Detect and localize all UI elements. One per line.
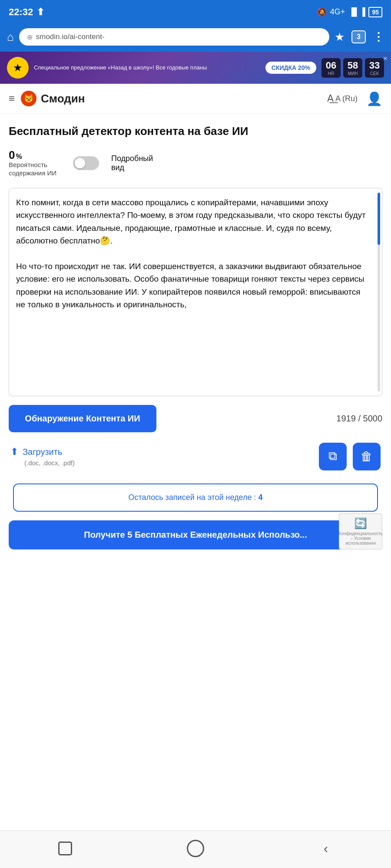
browser-url-text: smodin.io/ai-content-	[36, 33, 105, 41]
timer-secs: 33 СЕК	[365, 58, 384, 78]
sessions-count: 4	[258, 493, 263, 502]
sessions-label: Осталось записей на этой неделе :	[128, 493, 258, 502]
timer-hours-label: HR	[325, 71, 337, 76]
timer-mins-num: 58	[347, 60, 359, 71]
ad-banner: ★ Специальное предложение «Назад в школу…	[0, 52, 391, 84]
ad-text: Специальное предложение «Назад в школу»!…	[34, 64, 260, 72]
hamburger-menu-icon[interactable]: ≡	[9, 92, 15, 105]
detail-view-toggle-container	[73, 156, 99, 170]
recaptcha-icon: 🔄	[354, 517, 367, 529]
delete-button[interactable]: 🗑	[353, 443, 381, 470]
header-actions: A͟ A (Ru) 👤	[327, 91, 382, 106]
ai-probability-stat: 0 % Вероятность содержания ИИ	[9, 149, 61, 178]
ad-close-icon[interactable]: ×	[383, 54, 388, 63]
cta-button[interactable]: Получите 5 Бесплатных Еженедельных Испол…	[9, 520, 382, 549]
bottom-navigation: ‹	[0, 830, 391, 868]
bookmark-icon[interactable]: ★	[335, 30, 345, 44]
stat-unit: %	[16, 153, 22, 161]
signal-bars-icon: ▐▌▐	[348, 7, 365, 16]
upload-file-types: (.doc, .docx, .pdf)	[10, 459, 75, 467]
ad-discount-badge[interactable]: СКИДКА 20%	[265, 62, 316, 74]
upload-arrow-icon: ⬆	[10, 446, 18, 457]
status-bar: 22:32 ⬆ 🔕 4G+ ▐▌▐ 95	[0, 0, 391, 24]
scrollbar-thumb	[378, 193, 380, 245]
ad-star-icon: ★	[7, 57, 29, 79]
upload-label-text: Загрузить	[23, 447, 62, 457]
browser-url-bar[interactable]: ⊕ smodin.io/ai-content-	[19, 28, 329, 46]
nav-square-button[interactable]	[54, 838, 76, 859]
page-title: Бесплатный детектор контента на базе ИИ	[9, 124, 382, 139]
nav-back-button[interactable]: ‹	[315, 838, 337, 859]
back-chevron-icon: ‹	[324, 841, 328, 856]
status-icons: 🔕 4G+ ▐▌▐ 95	[317, 7, 382, 17]
upload-link[interactable]: ⬆ Загрузить	[10, 446, 75, 457]
upload-row: ⬆ Загрузить (.doc, .docx, .pdf) ⧉ 🗑	[9, 443, 382, 470]
logo-text: Смодин	[41, 92, 85, 105]
site-logo[interactable]: 😾 Смодин	[21, 91, 85, 106]
delete-icon: 🗑	[361, 449, 373, 464]
browser-url-prefix: ⊕	[27, 33, 33, 41]
text-input-area[interactable]: Кто помнит, когда в сети массово прощали…	[9, 188, 382, 396]
detail-view-label: Подробный вид	[111, 154, 155, 173]
upload-indicator: ⬆	[36, 7, 44, 18]
timer-secs-label: СЕК	[368, 71, 381, 76]
ad-decoration: ★	[7, 57, 29, 79]
upload-actions: ⧉ 🗑	[319, 443, 381, 470]
copy-button[interactable]: ⧉	[319, 443, 347, 470]
time-display: 22:32	[9, 7, 33, 18]
translate-button[interactable]: A͟ A (Ru)	[327, 93, 358, 104]
action-row: Обнаружение Контента ИИ 1919 / 5000	[9, 405, 382, 432]
browser-actions: ★ 3 ⋮	[335, 30, 384, 44]
ad-description: Специальное предложение «Назад в школу»!…	[34, 64, 260, 72]
char-count: 1919 / 5000	[336, 414, 382, 424]
copy-icon: ⧉	[328, 449, 337, 464]
stats-row: 0 % Вероятность содержания ИИ Подробный …	[9, 149, 382, 178]
stat-label: Вероятность содержания ИИ	[9, 161, 61, 178]
sessions-text: Осталось записей на этой неделе : 4	[128, 493, 262, 502]
nav-home-button[interactable]	[185, 838, 206, 859]
upload-left: ⬆ Загрузить (.doc, .docx, .pdf)	[10, 446, 75, 467]
browser-bar: ⌂ ⊕ smodin.io/ai-content- ★ 3 ⋮	[0, 24, 391, 52]
timer-mins-label: МИН	[347, 71, 359, 76]
mute-icon: 🔕	[317, 7, 327, 17]
translate-lang: A (Ru)	[335, 94, 358, 103]
logo-icon: 😾	[21, 91, 36, 106]
toggle-knob	[75, 158, 85, 168]
timer-secs-num: 33	[368, 60, 381, 71]
text-content[interactable]: Кто помнит, когда в сети массово прощали…	[16, 196, 375, 311]
timer-mins: 58 МИН	[343, 58, 362, 78]
browser-home-icon[interactable]: ⌂	[7, 30, 14, 44]
ad-timer: 06 HR 58 МИН 33 СЕК	[321, 58, 384, 78]
recaptcha-text: Конфиденциальность – Условия использован…	[338, 531, 382, 546]
timer-hours: 06 HR	[321, 58, 341, 78]
translate-icon: A͟	[327, 93, 334, 104]
signal-text: 4G+	[330, 7, 345, 16]
site-header: ≡ 😾 Смодин A͟ A (Ru) 👤	[0, 84, 391, 114]
status-time: 22:32 ⬆	[9, 7, 44, 18]
main-content: Бесплатный детектор контента на базе ИИ …	[0, 114, 391, 595]
square-nav-icon	[58, 842, 72, 855]
tabs-count[interactable]: 3	[351, 30, 366, 43]
circle-nav-icon	[187, 840, 204, 857]
detail-view-toggle[interactable]	[73, 156, 99, 170]
recaptcha-badge: 🔄 Конфиденциальность – Условия использов…	[339, 513, 382, 549]
more-menu-icon[interactable]: ⋮	[373, 30, 384, 44]
detect-button[interactable]: Обнаружение Контента ИИ	[9, 405, 156, 432]
timer-hours-num: 06	[325, 60, 337, 71]
stat-number: 0	[9, 149, 15, 161]
scrollbar	[378, 193, 380, 391]
battery-indicator: 95	[368, 7, 382, 17]
logo-emoji: 😾	[24, 94, 33, 103]
user-profile-icon[interactable]: 👤	[366, 91, 382, 106]
sessions-remaining-box: Осталось записей на этой неделе : 4	[13, 483, 378, 512]
